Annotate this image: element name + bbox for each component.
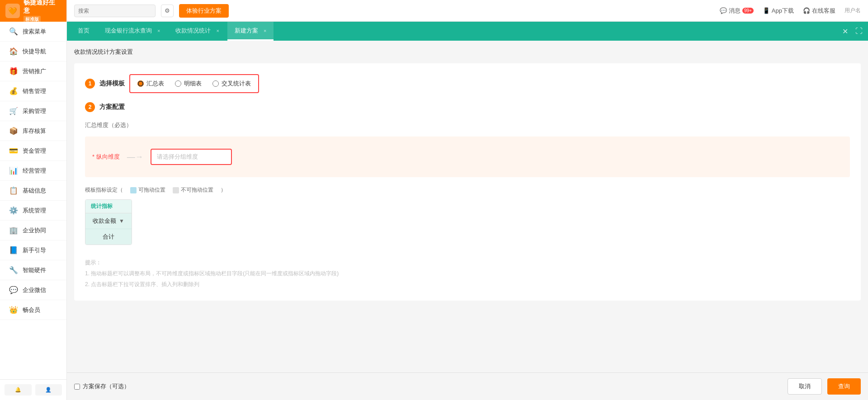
sidebar-item-label: 资金管理 <box>23 147 46 155</box>
sidebar-item-finance[interactable]: 💳 资金管理 <box>0 141 66 161</box>
template-radio-cross[interactable] <box>212 80 219 87</box>
indicator-group-label: 统计指标 <box>85 200 132 213</box>
search-input[interactable] <box>74 5 156 17</box>
marketing-icon: 🎁 <box>9 67 18 75</box>
tab-collection-stat-label: 收款情况统计 <box>175 27 211 35</box>
app-download-button[interactable]: 📱 App下载 <box>763 7 794 15</box>
dimension-placeholder: 请选择分组维度 <box>157 153 198 161</box>
sidebar-item-system[interactable]: ⚙️ 系统管理 <box>0 201 66 221</box>
tab-new-plan[interactable]: 新建方案 × <box>227 22 274 41</box>
sidebar-item-purchase[interactable]: 🛒 采购管理 <box>0 101 66 121</box>
movable-label: 可拖动位置 <box>138 186 165 194</box>
sidebar-item-inventory[interactable]: 📦 库存核算 <box>0 121 66 141</box>
gear-icon[interactable]: ⚙ <box>161 5 174 17</box>
fixed-label: 不可拖动位置 <box>181 186 213 194</box>
message-button[interactable]: 💬 消息 99+ <box>720 7 754 15</box>
indicator-amount-label: 收款金额 <box>93 217 116 225</box>
plan-settings-card: 1 选择模板 汇总表 明细表 交叉统计表 <box>74 63 861 301</box>
template-radio-detail[interactable] <box>175 80 181 87</box>
topbar-right: 💬 消息 99+ 📱 App下载 🎧 在线客服 用户名 <box>720 7 861 15</box>
indicator-subtotal-label: 合计 <box>103 233 114 240</box>
sidebar-item-enterprise-collab[interactable]: 🏢 企业协同 <box>0 221 66 240</box>
tab-new-plan-close[interactable]: × <box>264 28 266 33</box>
app-download-label: App下载 <box>772 7 794 15</box>
enterprise-wechat-icon: 💬 <box>9 286 18 294</box>
search-menu-icon: 🔍 <box>9 27 18 36</box>
dimension-area: * 纵向维度 —→ 请选择分组维度 <box>85 136 850 177</box>
dimension-row: * 纵向维度 —→ 请选择分组维度 <box>92 149 232 165</box>
sidebar-item-label: 营销推广 <box>23 67 46 75</box>
newbie-icon: 📘 <box>9 246 18 254</box>
topbar-left: ⚙ 体验行业方案 <box>74 4 229 18</box>
dimension-section-label: 汇总维度（必选） <box>85 121 850 129</box>
step2-title: 方案配置 <box>99 103 125 111</box>
topbar: ⚙ 体验行业方案 💬 消息 99+ 📱 App下载 🎧 在线客服 用户名 <box>67 0 868 22</box>
template-option-cross[interactable]: 交叉统计表 <box>212 80 251 88</box>
template-radio-summary[interactable] <box>137 80 144 87</box>
tab-bank-flow[interactable]: 现金银行流水查询 × <box>98 22 167 41</box>
sidebar-item-basic[interactable]: 📋 基础信息 <box>0 181 66 201</box>
sidebar-footer-btn1[interactable]: 🔔 <box>5 384 32 395</box>
sidebar-item-marketing[interactable]: 🎁 营销推广 <box>0 61 66 81</box>
operations-icon: 📊 <box>9 166 18 175</box>
footer-bar: 方案保存（可选） 取消 查询 <box>67 372 868 400</box>
tab-maximize-button[interactable]: ⛶ <box>854 27 864 35</box>
vertical-dimension-label: * 纵向维度 <box>92 153 120 161</box>
sidebar-item-newbie[interactable]: 📘 新手引导 <box>0 240 66 260</box>
tab-bank-flow-label: 现金银行流水查询 <box>105 27 152 35</box>
online-support-icon: 🎧 <box>803 7 810 14</box>
tab-bank-flow-close[interactable]: × <box>157 28 160 33</box>
content-area: 收款情况统计方案设置 1 选择模板 汇总表 明细表 <box>67 41 868 372</box>
tab-collection-stat[interactable]: 收款情况统计 × <box>168 22 226 41</box>
tips-title: 提示： <box>85 257 850 268</box>
template-detail-label: 明细表 <box>184 80 202 88</box>
step2-header: 2 方案配置 <box>85 102 850 112</box>
message-label: 消息 <box>729 7 741 15</box>
template-option-summary[interactable]: 汇总表 <box>137 80 164 88</box>
sidebar-item-operations[interactable]: 📊 经营管理 <box>0 161 66 181</box>
tab-home[interactable]: 首页 <box>71 22 97 41</box>
fixed-legend-box <box>173 187 179 193</box>
cancel-button[interactable]: 取消 <box>788 378 822 395</box>
message-icon: 💬 <box>720 7 727 14</box>
tab-new-plan-label: 新建方案 <box>235 27 258 35</box>
sidebar-item-label: 基础信息 <box>23 187 46 195</box>
save-checkbox[interactable] <box>74 384 80 390</box>
sidebar-footer: 🔔 👤 <box>0 379 66 400</box>
sidebar-item-search-menu[interactable]: 🔍 搜索菜单 <box>0 22 66 42</box>
sidebar-footer-btn2[interactable]: 👤 <box>35 384 62 395</box>
tab-collection-stat-close[interactable]: × <box>216 28 219 33</box>
vip-icon: 👑 <box>9 306 18 314</box>
sidebar-item-enterprise-wechat[interactable]: 💬 企业微信 <box>0 280 66 300</box>
online-support-label: 在线客服 <box>812 7 835 15</box>
template-option-detail[interactable]: 明细表 <box>175 80 202 88</box>
tab-close-all-button[interactable]: ✕ <box>840 27 850 36</box>
main-content: ⚙ 体验行业方案 💬 消息 99+ 📱 App下载 🎧 在线客服 用户名 <box>67 0 868 400</box>
logo-name: 畅捷通好生意 <box>24 0 61 15</box>
basic-icon: 📋 <box>9 186 18 195</box>
save-option[interactable]: 方案保存（可选） <box>74 382 130 391</box>
query-button[interactable]: 查询 <box>827 378 861 395</box>
sidebar-item-quick-nav[interactable]: 🏠 快捷导航 <box>0 42 66 61</box>
tips-section: 提示： 1. 拖动标题栏可以调整布局，不可跨维度或指标区域拖动栏目字段(只能在同… <box>85 257 850 290</box>
template-cross-label: 交叉统计表 <box>222 80 251 88</box>
sidebar-item-label: 智能硬件 <box>23 266 46 274</box>
sidebar-item-label: 销售管理 <box>23 87 46 95</box>
sidebar-item-smart-hardware[interactable]: 🔧 智能硬件 <box>0 260 66 280</box>
inventory-icon: 📦 <box>9 127 18 135</box>
step2-number: 2 <box>85 102 95 112</box>
indicator-cell-amount[interactable]: 收款金额 ▼ <box>85 213 132 229</box>
smart-hardware-icon: 🔧 <box>9 266 18 274</box>
dropdown-icon[interactable]: ▼ <box>119 218 124 224</box>
sidebar-item-vip[interactable]: 👑 畅会员 <box>0 300 66 320</box>
online-support-button[interactable]: 🎧 在线客服 <box>803 7 835 15</box>
dimension-select[interactable]: 请选择分组维度 <box>151 149 232 165</box>
save-option-label: 方案保存（可选） <box>83 382 130 391</box>
sidebar-item-sales[interactable]: 💰 销售管理 <box>0 81 66 101</box>
tabbar-actions: ✕ ⛶ <box>840 22 864 41</box>
tip-item-2: 2. 点击标题栏下拉可设置排序、插入列和删除列 <box>85 279 850 290</box>
industry-plan-button[interactable]: 体验行业方案 <box>179 4 229 18</box>
movable-legend: 可拖动位置 <box>130 186 165 194</box>
indicator-table: 统计指标 收款金额 ▼ 合计 <box>85 199 132 245</box>
sales-icon: 💰 <box>9 87 18 95</box>
